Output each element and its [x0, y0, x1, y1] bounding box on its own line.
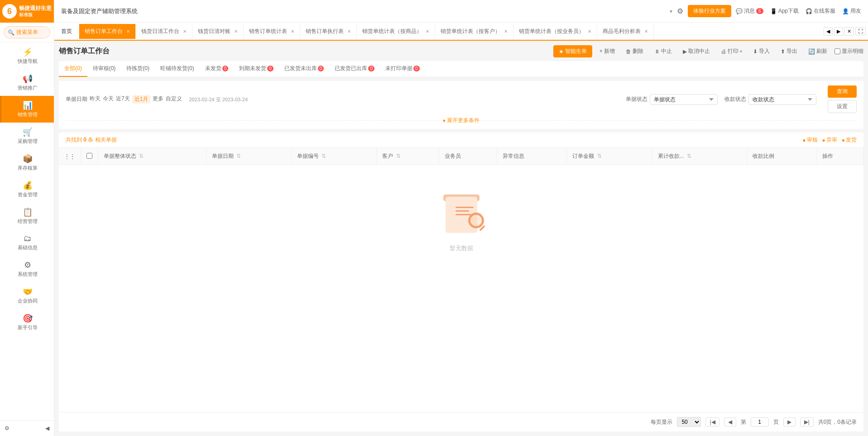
delete-button[interactable]: 🗑 删除 — [622, 46, 647, 57]
show-detail-checkbox[interactable] — [834, 48, 840, 54]
tab-cargo-stats-customer-close[interactable]: ✕ — [504, 29, 508, 34]
date-link-more[interactable]: 更多 — [153, 95, 163, 104]
audit-action-button[interactable]: ● 审核 — [802, 136, 817, 144]
sidebar-item-inventory[interactable]: 📦 库存核算 — [0, 149, 54, 176]
tab-cargo-stats-product-close[interactable]: ✕ — [426, 29, 429, 34]
status-filter-select[interactable]: 单据状态 — [650, 94, 718, 105]
th-number-sort-icon[interactable]: ⇅ — [321, 153, 326, 159]
tab-close-all-button[interactable]: ✕ — [844, 27, 854, 36]
select-all-checkbox[interactable] — [86, 153, 92, 159]
tab-sales-workbench[interactable]: 销售订单工作台 ✕ — [79, 24, 136, 39]
suspend-button[interactable]: ⏸ 中止 — [651, 46, 676, 57]
payment-filter-item: 收款状态 收款状态 — [724, 94, 816, 105]
tab-sales-exec-close[interactable]: ✕ — [347, 29, 351, 34]
page-number-input[interactable] — [751, 417, 769, 427]
sidebar-item-purchase[interactable]: 🛒 采购管理 — [0, 123, 54, 149]
sidebar-item-marketing[interactable]: 📢 营销推广 — [0, 69, 54, 96]
smart-create-button[interactable]: ★ 智能生单 — [553, 45, 592, 57]
search-menu-button[interactable]: 🔍 搜索菜单 — [4, 26, 50, 38]
app-download-button[interactable]: 📱 App下载 — [770, 7, 799, 15]
sub-tab-shipped-out[interactable]: 已发货已出库0 — [329, 61, 380, 77]
date-link-7days[interactable]: 近7天 — [116, 95, 130, 104]
tab-cargo-stats-staff[interactable]: 销货单统计表（按业务员） ✕ — [513, 24, 597, 39]
sub-tab-not-printed[interactable]: 未打印单据0 — [380, 61, 425, 77]
th-customer-sort-icon[interactable]: ⇅ — [396, 153, 401, 159]
sub-tab-overdue-not-shipped[interactable]: 到期未发货0 — [234, 61, 279, 77]
tab-cargo-stats-product[interactable]: 销货单统计表（按商品） ✕ — [357, 24, 435, 39]
refresh-button[interactable]: 🔄 刷新 — [805, 46, 831, 57]
reject-action-button[interactable]: ● 弃审 — [822, 136, 837, 144]
tab-product-margin-close[interactable]: ✕ — [644, 29, 648, 34]
sidebar-item-basic[interactable]: 🗂 基础信息 — [0, 229, 54, 256]
message-button[interactable]: 💬 消息 6 — [736, 7, 763, 15]
import-button[interactable]: ⬇ 导入 — [749, 46, 773, 57]
tab-fullscreen-button[interactable]: ⛶ — [855, 27, 866, 35]
solution-button[interactable]: 体验行业方案 — [688, 5, 731, 17]
sidebar-settings-button[interactable]: ⚙ — [5, 425, 10, 431]
sidebar-item-operation[interactable]: 📋 经营管理 — [0, 203, 54, 229]
cancel-suspend-button[interactable]: ▶ 取消中止 — [679, 46, 714, 57]
tab-cargo-stats-customer[interactable]: 销货单统计表（按客户） ✕ — [435, 24, 513, 39]
tab-cash-reconcile-close[interactable]: ✕ — [234, 29, 238, 34]
import-icon: ⬇ — [753, 48, 758, 55]
pagination-last-button[interactable]: ▶| — [800, 417, 814, 427]
th-date-sort-icon[interactable]: ⇅ — [236, 153, 241, 159]
filter-area: 单据日期 昨天 今天 近7天 近1月 更多 自定义 2023-02-24 至 2… — [59, 81, 863, 129]
print-button[interactable]: 🖨 打印 ▾ — [717, 46, 746, 57]
per-page-select[interactable]: 50 20 100 — [677, 417, 701, 427]
top-header: 装备及固定资产辅助管理系统 ▾ ⚙ 体验行业方案 💬 消息 6 📱 App下载 … — [54, 0, 868, 23]
sub-tab-pending-review[interactable]: 待审核(0) — [87, 61, 121, 77]
tab-cash-daily-close[interactable]: ✕ — [183, 29, 187, 34]
sidebar-item-collab[interactable]: 🤝 企业协同 — [0, 282, 54, 309]
pagination-first-button[interactable]: |◀ — [705, 417, 719, 427]
tab-cash-daily[interactable]: 钱货日清工作台 ✕ — [136, 24, 192, 39]
date-filter-label: 单据日期 — [66, 95, 87, 103]
tab-next-button[interactable]: ▶ — [834, 27, 843, 36]
date-link-today[interactable]: 今天 — [103, 95, 114, 104]
pagination-next-button[interactable]: ▶ — [783, 417, 796, 427]
sub-tab-pending-inspect[interactable]: 待拣货(0) — [121, 61, 155, 77]
status-filter-item: 单据状态 单据状态 — [626, 94, 718, 105]
sub-tab-not-shipped[interactable]: 未发货0 — [200, 61, 234, 77]
pagination-prev-button[interactable]: ◀ — [724, 417, 736, 427]
add-button[interactable]: + 新增 — [596, 46, 619, 57]
tab-sales-exec[interactable]: 销售订单执行表 ✕ — [300, 24, 357, 39]
sub-tab-wangpu[interactable]: 旺铺待发货(0) — [155, 61, 200, 77]
tab-sales-stats[interactable]: 销售订单统计表 ✕ — [244, 24, 300, 39]
tab-cash-reconcile[interactable]: 钱货日清对账 ✕ — [192, 24, 244, 39]
set-button[interactable]: 设置 — [828, 100, 857, 113]
export-button[interactable]: ⬆ 导出 — [777, 46, 801, 57]
th-status-sort-icon[interactable]: ⇅ — [139, 153, 144, 159]
tab-sales-workbench-close[interactable]: ✕ — [126, 29, 130, 34]
collab-icon: 🤝 — [23, 287, 33, 297]
tab-product-margin[interactable]: 商品毛利分析表 ✕ — [597, 24, 654, 39]
tab-sales-stats-close[interactable]: ✕ — [291, 29, 294, 34]
sidebar-item-system[interactable]: ⚙ 系统管理 — [0, 256, 54, 282]
th-collected-sort-icon[interactable]: ⇅ — [687, 153, 691, 159]
th-amount-sort-icon[interactable]: ⇅ — [597, 153, 602, 159]
sidebar-collapse-button[interactable]: ◀ — [45, 425, 49, 431]
query-button[interactable]: 查询 — [828, 85, 857, 98]
date-link-custom[interactable]: 自定义 — [166, 95, 182, 104]
th-amount-label: 订单金额 — [572, 153, 594, 159]
ship-action-button[interactable]: ● 发货 — [842, 136, 857, 144]
tab-cargo-stats-staff-close[interactable]: ✕ — [588, 29, 591, 34]
online-service-button[interactable]: 🎧 在线客服 — [806, 7, 835, 15]
sub-tab-shipped-not-out[interactable]: 已发货未出库0 — [279, 61, 330, 77]
main-area: 装备及固定资产辅助管理系统 ▾ ⚙ 体验行业方案 💬 消息 6 📱 App下载 … — [54, 0, 868, 436]
tab-home[interactable]: 首页 — [54, 24, 79, 39]
sidebar-item-sales[interactable]: 📊 销售管理 — [0, 96, 54, 123]
settings-header-icon[interactable]: ⚙ — [677, 7, 683, 15]
tab-prev-button[interactable]: ◀ — [824, 27, 833, 36]
th-checkbox[interactable] — [81, 148, 98, 165]
sidebar-item-guide[interactable]: 🎯 新手引导 — [0, 309, 54, 336]
date-link-1month[interactable]: 近1月 — [132, 95, 151, 104]
user-button[interactable]: 👤 用友 — [842, 7, 861, 15]
sidebar-item-quick-nav[interactable]: ⚡ 快捷导航 — [0, 43, 54, 69]
payment-filter-select[interactable]: 收款状态 — [748, 94, 816, 105]
sidebar-item-finance[interactable]: 💰 资金管理 — [0, 176, 54, 203]
date-link-yesterday[interactable]: 昨天 — [90, 95, 101, 104]
expand-filter-button[interactable]: ▾ 展开更多条件 — [443, 117, 480, 124]
sub-tab-all[interactable]: 全部(0) — [59, 61, 87, 77]
found-count: 0 — [83, 137, 86, 143]
